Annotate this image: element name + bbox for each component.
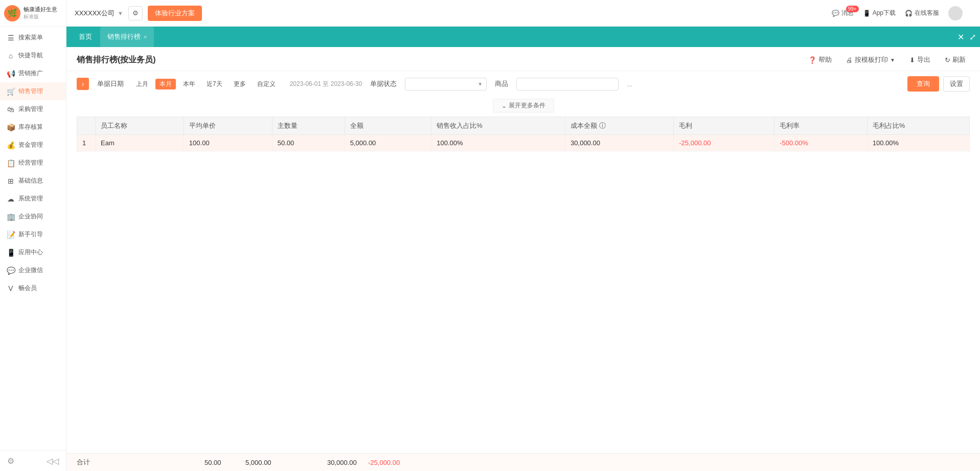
sidebar-label-system: 系统管理: [18, 194, 43, 203]
print-arrow-icon: ▼: [890, 57, 895, 63]
footer-gross: -25,000.00: [363, 459, 405, 466]
date-tab-lastmonth[interactable]: 上月: [132, 79, 152, 89]
company-name: XXXXXX公司: [75, 9, 115, 18]
tabbar-controls: ✕ ⤢: [958, 32, 976, 42]
app-download-button[interactable]: 📱 App下载: [863, 9, 896, 17]
table-row: 1Eam100.0050.005,000.00100.00%30,000.00-…: [77, 135, 970, 151]
date-range-display: 2023-06-01 至 2023-06-30: [290, 80, 362, 88]
tab-sales-ranking[interactable]: 销售排行榜 ×: [100, 27, 154, 47]
tabbar: 首页 销售排行榜 × ✕ ⤢: [66, 27, 980, 47]
logo-text: 畅康通好生意 标准版: [24, 6, 57, 20]
message-button[interactable]: 💬 消息 99+: [832, 9, 854, 17]
sidebar-item-basic[interactable]: ⊞ 基础信息: [0, 172, 66, 190]
expand-icon: ⌄: [502, 102, 507, 109]
sales-table: 员工名称平均单价主数量全额销售收入占比%成本全额 ⓘ毛利毛利率毛利占比% 1Ea…: [77, 117, 970, 151]
footer-qty: 50.00: [199, 459, 240, 466]
date-tab-more[interactable]: 更多: [230, 79, 250, 89]
col-header-9: 毛利占比%: [867, 117, 969, 135]
sidebar-icon-member: V: [6, 284, 15, 293]
sidebar-icon-finance: 💰: [6, 141, 15, 149]
expand-row: ⌄ 展开更多条件: [77, 96, 970, 117]
tab-home[interactable]: 首页: [71, 27, 100, 47]
page-header: 销售排行榜(按业务员) ❓ 帮助 🖨 按模板打印 ▼ ⬇ 导出: [66, 47, 980, 71]
page-actions: ❓ 帮助 🖨 按模板打印 ▼ ⬇ 导出 ↻ 刷新: [804, 53, 970, 66]
date-tab-7days[interactable]: 近7天: [202, 79, 226, 89]
content-area: 销售排行榜(按业务员) ❓ 帮助 🖨 按模板打印 ▼ ⬇ 导出: [66, 47, 980, 471]
sidebar-item-inventory[interactable]: 📦 库存核算: [0, 118, 66, 136]
date-tab-thisyear[interactable]: 本年: [179, 79, 199, 89]
company-selector[interactable]: XXXXXX公司 ▼: [75, 9, 123, 18]
export-icon: ⬇: [909, 56, 915, 64]
sidebar-item-operation[interactable]: 📋 经营管理: [0, 154, 66, 172]
goods-label: 商品: [495, 79, 508, 88]
more-filters-label[interactable]: ...: [627, 80, 632, 88]
goods-input[interactable]: [516, 78, 619, 91]
page-title: 销售排行榜(按业务员): [77, 55, 156, 65]
filter-collapse-button[interactable]: ›: [77, 78, 89, 90]
sidebar-item-quick-nav[interactable]: ⌂ 快捷导航: [0, 47, 66, 64]
refresh-label: 刷新: [952, 55, 966, 64]
footer-amount: 5,000.00: [240, 459, 281, 466]
sidebar-item-purchase[interactable]: 🛍 采购管理: [0, 100, 66, 118]
sidebar-icon-inventory: 📦: [6, 123, 15, 131]
sidebar-item-guide[interactable]: 📝 新手引导: [0, 226, 66, 243]
table-container: 员工名称平均单价主数量全额销售收入占比%成本全额 ⓘ毛利毛利率毛利占比% 1Ea…: [66, 117, 980, 453]
expand-button[interactable]: ⌄ 展开更多条件: [493, 99, 554, 113]
print-icon: 🖨: [846, 56, 853, 64]
tab-label: 销售排行榜: [107, 32, 141, 41]
sidebar-item-search-order[interactable]: ☰ 搜索菜单: [0, 29, 66, 47]
footer-total-label: 合计: [77, 458, 90, 466]
table-body: 1Eam100.0050.005,000.00100.00%30,000.00-…: [77, 135, 970, 151]
col-header-1: 员工名称: [96, 117, 184, 135]
app-label: App下载: [873, 9, 896, 17]
query-button[interactable]: 查询: [907, 76, 939, 92]
sidebar-item-finance[interactable]: 💰 资金管理: [0, 136, 66, 154]
column-settings-button[interactable]: 设置: [943, 76, 970, 92]
table-cell-4: 5,000.00: [345, 135, 431, 151]
sidebar-icon-wechat: 💬: [6, 266, 15, 275]
logo-icon: 🌿: [4, 5, 20, 21]
date-tab-custom[interactable]: 自定义: [253, 79, 280, 89]
sidebar-item-sales[interactable]: 🛒 销售管理: [0, 82, 66, 100]
filter-collapse-icon: ›: [82, 80, 84, 88]
sidebar-label-wechat: 企业微信: [18, 266, 43, 275]
table-cell-8: -500.00%: [774, 135, 868, 151]
online-service-button[interactable]: 🎧 在线客服: [905, 9, 939, 17]
sidebar-item-marketing[interactable]: 📢 营销推广: [0, 64, 66, 82]
tab-close-window-icon[interactable]: ✕: [958, 32, 964, 42]
topbar-settings-button[interactable]: ⚙: [128, 6, 143, 20]
print-button[interactable]: 🖨 按模板打印 ▼: [842, 53, 899, 66]
sidebar-item-system[interactable]: ☁ 系统管理: [0, 190, 66, 208]
status-select-wrap: [405, 78, 487, 91]
table-cell-6: 30,000.00: [565, 135, 674, 151]
status-select[interactable]: [405, 78, 487, 91]
help-label: 帮助: [818, 55, 832, 64]
tab-close-icon[interactable]: ×: [144, 34, 147, 40]
sidebar-label-member: 畅会员: [18, 284, 37, 293]
status-label: 单据状态: [370, 79, 397, 88]
date-tab-thismonth[interactable]: 本月: [155, 79, 176, 89]
sidebar-label-purchase: 采购管理: [18, 105, 43, 114]
sidebar-item-member[interactable]: V 畅会员: [0, 279, 66, 297]
user-avatar[interactable]: [948, 6, 963, 20]
sidebar-logo: 🌿 畅康通好生意 标准版: [0, 0, 66, 27]
sidebar-collapse-icon[interactable]: ◁◁: [47, 456, 59, 466]
col-header-3: 主数量: [272, 117, 345, 135]
table-cell-0: 1: [77, 135, 96, 151]
sidebar-settings-icon[interactable]: ⚙: [7, 456, 14, 466]
export-button[interactable]: ⬇ 导出: [905, 53, 935, 66]
col-header-6: 成本全额 ⓘ: [565, 117, 674, 135]
refresh-button[interactable]: ↻ 刷新: [941, 53, 970, 66]
industry-button[interactable]: 体验行业方案: [148, 6, 202, 21]
message-badge: 99+: [846, 6, 859, 12]
help-button[interactable]: ❓ 帮助: [804, 53, 836, 66]
page-container: 销售排行榜(按业务员) ❓ 帮助 🖨 按模板打印 ▼ ⬇ 导出: [66, 47, 980, 471]
filter-actions: 查询 设置: [907, 76, 970, 92]
sidebar-item-wechat[interactable]: 💬 企业微信: [0, 261, 66, 279]
col-header-8: 毛利率: [774, 117, 868, 135]
sidebar-item-apps[interactable]: 📱 应用中心: [0, 243, 66, 261]
tab-maximize-icon[interactable]: ⤢: [969, 32, 976, 42]
sidebar-item-corp[interactable]: 🏢 企业协同: [0, 208, 66, 226]
footer-cost: 30,000.00: [322, 459, 363, 466]
table-cell-5: 100.00%: [431, 135, 565, 151]
